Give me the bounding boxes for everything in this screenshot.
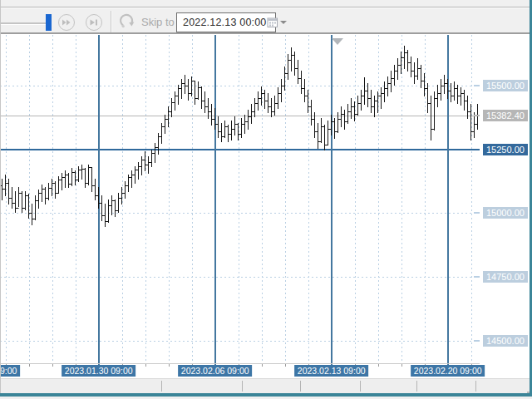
skip-to-icon [118, 11, 138, 33]
fast-forward-icon [59, 20, 74, 32]
scrollbar-tick [360, 381, 361, 392]
date-value[interactable]: 2022.12.13 00:00 [177, 17, 267, 28]
skip-to-button[interactable]: Skip to [118, 11, 175, 32]
scrollbar-tick [242, 381, 243, 392]
fast-forward-button[interactable] [58, 14, 75, 31]
horizontal-scrollbar[interactable] [0, 378, 530, 393]
time-label: 2023.02.20 09:00 [411, 365, 485, 377]
speed-slider-handle[interactable] [46, 14, 52, 31]
window-top-strip [0, 0, 530, 7]
price-label: 14500.00 [483, 335, 528, 347]
toolbar-separator [111, 11, 112, 32]
date-dropdown-arrow[interactable] [280, 21, 287, 24]
current-price-label: 15382.40 [483, 110, 528, 121]
price-label: 15000.00 [483, 207, 528, 219]
skip-to-label: Skip to [141, 16, 175, 28]
price-label: 15500.00 [483, 80, 528, 91]
chart-canvas[interactable] [0, 35, 480, 369]
tester-visualization-window: Skip to 2022.12.13 00:00 15500.00 15382.… [0, 0, 532, 399]
chart-area: 15500.00 15382.40 15250.00 15000.00 1475… [0, 35, 530, 378]
scrollbar-tick [161, 381, 162, 392]
time-pointer-marker [332, 38, 343, 45]
calendar-icon[interactable] [267, 17, 278, 28]
skip-to-end-icon [86, 20, 101, 32]
skip-to-date-field[interactable]: 2022.12.13 00:00 [176, 12, 276, 32]
speed-slider-track[interactable] [0, 22, 52, 25]
scrollbar-tick [300, 381, 301, 392]
skip-to-end-button[interactable] [86, 14, 102, 31]
level-price-label: 15250.00 [483, 144, 528, 155]
scrollbar-tick [475, 381, 476, 392]
playback-toolbar: Skip to 2022.12.13 00:00 [0, 8, 530, 34]
time-label: 2023.02.06 09:00 [178, 365, 253, 377]
time-label: 2023.01.30 09:00 [62, 365, 136, 377]
scrollbar-tick [416, 381, 417, 392]
resize-grip-icon[interactable] [524, 388, 526, 391]
time-label: 2023.01.23 09:00 [0, 365, 20, 377]
price-label: 14750.00 [483, 271, 528, 283]
window-left-edge [0, 0, 1, 393]
time-label: 2023.02.13 09:00 [294, 365, 369, 377]
